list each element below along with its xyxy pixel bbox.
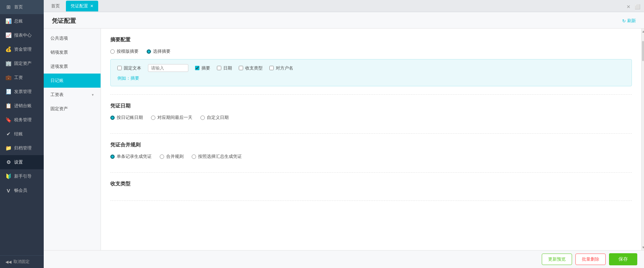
content-area: 公共选项 销项发票 进项发票 日记账 工资表 ▾ 固定资产 摘要配置	[44, 29, 644, 250]
journal-date-radio[interactable]: 按日记账日期	[110, 115, 143, 121]
merge-rules-radio[interactable]: 合并规则	[160, 153, 184, 160]
date-label: 日期	[223, 65, 232, 71]
income-expense-section: 收支类型	[110, 181, 632, 201]
sidebar-item-home-label: 首页	[14, 4, 23, 10]
example-value: 摘要	[130, 76, 139, 81]
sidebar-item-invoice-mgmt-label: 发票管理	[14, 89, 32, 95]
summary-generate-input[interactable]	[192, 154, 196, 159]
sidebar-item-vip-label: 畅会员	[14, 187, 27, 193]
sidebar-item-settings[interactable]: ⚙ 设置	[0, 155, 44, 169]
counterpart-label: 对方户名	[276, 65, 293, 71]
sidebar-item-archive-label: 归档管理	[14, 145, 32, 151]
example-text: 例如：摘要	[117, 75, 625, 81]
summary-config-title: 摘要配置	[110, 37, 632, 43]
sidebar-item-close-label: 结账	[14, 131, 23, 137]
date-input[interactable]	[217, 66, 221, 70]
scroll-up-arrow[interactable]: ▲	[642, 29, 644, 34]
left-nav-public[interactable]: 公共选项	[44, 31, 101, 45]
merge-rules-input[interactable]	[160, 154, 164, 159]
sidebar-item-assets[interactable]: 🏢 固定资产	[0, 56, 44, 71]
template-summary-radio[interactable]: 按模版摘要	[110, 48, 139, 54]
custom-date-radio[interactable]: 自定义日期	[200, 115, 229, 121]
date-checkbox[interactable]: 日期	[217, 65, 232, 71]
voucher-date-radio-group: 按日记账日期 对应期间最后一天 自定义日期	[110, 115, 632, 121]
tab-bar: 首页 凭证配置 ✕	[44, 0, 644, 12]
left-nav: 公共选项 销项发票 进项发票 日记账 工资表 ▾ 固定资产	[44, 29, 101, 250]
select-summary-radio[interactable]: 选择摘要	[147, 48, 171, 54]
merge-rules-section: 凭证合并规则 单条记录生成凭证 合并规则 按照选择汇总生成凭证	[110, 142, 632, 173]
single-record-label: 单条记录生成凭证	[117, 153, 152, 160]
assets-icon: 🏢	[5, 60, 11, 66]
custom-date-input[interactable]	[200, 116, 205, 120]
tab-close-icon[interactable]: ✕	[90, 4, 93, 8]
purchase-sale-icon: 📋	[5, 103, 11, 109]
chevron-down-icon: ▾	[92, 93, 94, 97]
scroll-down-arrow[interactable]: ▼	[642, 244, 644, 250]
sidebar-item-payroll[interactable]: 💼 工资	[0, 71, 44, 85]
close-window-button[interactable]: ✕	[624, 3, 633, 11]
left-nav-fixed-assets[interactable]: 固定资产	[44, 102, 101, 116]
merge-rules-radio-group: 单条记录生成凭证 合并规则 按照选择汇总生成凭证	[110, 153, 632, 160]
home-icon: ⊞	[5, 4, 11, 10]
scroll-track: ▲ ▼	[641, 29, 644, 250]
fixed-text-label: 固定文本	[124, 65, 141, 71]
fixed-text-field[interactable]	[148, 64, 188, 72]
left-nav-journal-label: 日记账	[50, 78, 64, 84]
template-summary-input[interactable]	[110, 49, 115, 54]
tax-icon: 🔖	[5, 117, 11, 123]
payment-type-checkbox[interactable]: 收支类型	[239, 65, 263, 71]
tab-voucher-config[interactable]: 凭证配置 ✕	[66, 1, 98, 11]
sidebar-item-ledger[interactable]: 📊 总账	[0, 14, 44, 28]
sidebar-item-archive[interactable]: 📁 归档管理	[0, 141, 44, 155]
left-nav-sales-invoice[interactable]: 销项发票	[44, 45, 101, 59]
select-summary-input[interactable]	[147, 49, 151, 54]
sidebar-item-report[interactable]: 📈 报表中心	[0, 28, 44, 42]
sidebar-item-close[interactable]: ✔ 结账	[0, 127, 44, 141]
income-expense-title: 收支类型	[110, 181, 632, 187]
left-nav-purchase-invoice[interactable]: 进项发票	[44, 59, 101, 74]
sidebar-item-tax[interactable]: 🔖 税务管理	[0, 113, 44, 127]
fixed-text-input[interactable]	[117, 66, 122, 70]
sidebar-item-payroll-label: 工资	[14, 75, 23, 81]
sidebar-item-fund[interactable]: 💰 资金管理	[0, 42, 44, 56]
voucher-date-section: 凭证日期 按日记账日期 对应期间最后一天 自定义日期	[110, 103, 632, 134]
sidebar-item-guide[interactable]: 🔰 新手引导	[0, 169, 44, 183]
last-period-radio[interactable]: 对应期间最后一天	[151, 115, 192, 121]
journal-date-input[interactable]	[110, 116, 115, 120]
maximize-window-button[interactable]: ⬜	[633, 3, 641, 11]
pin-left-icon: ◀◀	[5, 260, 11, 264]
fixed-text-checkbox[interactable]: 固定文本	[117, 65, 141, 71]
sidebar-pin-toggle[interactable]: ◀◀ 取消固定	[0, 255, 44, 268]
counterpart-checkbox[interactable]: 对方户名	[269, 65, 293, 71]
summary-checkbox-row: 固定文本 摘要 日期 收支类型	[117, 64, 625, 72]
archive-icon: 📁	[5, 145, 11, 151]
last-period-input[interactable]	[151, 116, 155, 120]
sidebar-item-invoice-mgmt[interactable]: 🧾 发票管理	[0, 85, 44, 99]
tab-voucher-config-label: 凭证配置	[71, 3, 88, 9]
update-preview-button[interactable]: 更新预览	[542, 254, 572, 265]
counterpart-input[interactable]	[269, 66, 274, 70]
scroll-thumb[interactable]	[642, 41, 644, 61]
save-button[interactable]: 保存	[609, 253, 637, 265]
tab-home[interactable]: 首页	[46, 1, 65, 11]
batch-delete-button[interactable]: 批量删除	[575, 254, 606, 265]
summary-checkbox[interactable]: 摘要	[195, 65, 210, 71]
bottom-bar: 更新预览 批量删除 保存	[44, 250, 644, 268]
sidebar-item-purchase-sale[interactable]: 📋 进销台账	[0, 99, 44, 113]
single-record-input[interactable]	[110, 154, 115, 159]
last-period-label: 对应期间最后一天	[157, 115, 192, 121]
refresh-icon: ↻	[622, 18, 626, 24]
left-nav-payroll-sheet[interactable]: 工资表 ▾	[44, 88, 101, 102]
ledger-icon: 📊	[5, 18, 11, 24]
payment-type-input[interactable]	[239, 66, 243, 70]
left-nav-journal[interactable]: 日记账	[44, 74, 101, 88]
sidebar-item-home[interactable]: ⊞ 首页	[0, 0, 44, 14]
single-record-radio[interactable]: 单条记录生成凭证	[110, 153, 152, 160]
sidebar-item-vip[interactable]: V 畅会员	[0, 183, 44, 197]
summary-config-box: 固定文本 摘要 日期 收支类型	[110, 59, 632, 86]
summary-input[interactable]	[195, 66, 199, 70]
summary-generate-radio[interactable]: 按照选择汇总生成凭证	[192, 153, 242, 160]
custom-date-label: 自定义日期	[207, 115, 229, 121]
refresh-button[interactable]: ↻ 刷新	[622, 18, 636, 24]
sidebar-item-tax-label: 税务管理	[14, 117, 32, 123]
